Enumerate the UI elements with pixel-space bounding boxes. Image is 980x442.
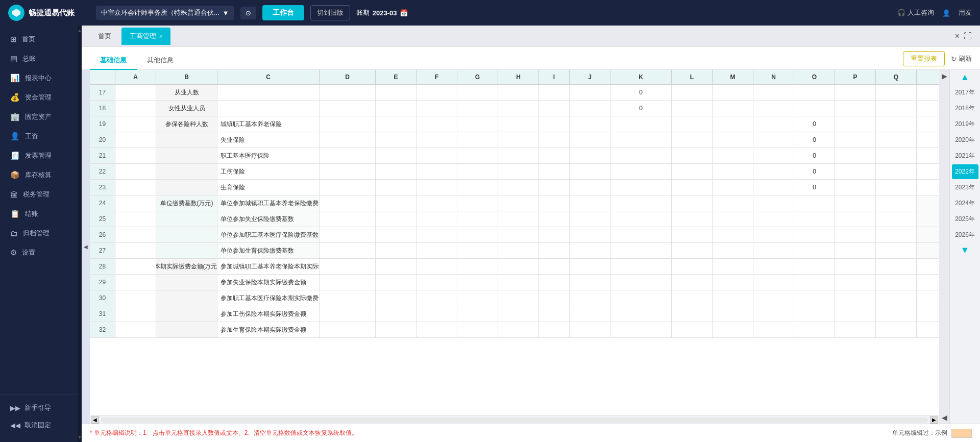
cell-23-a[interactable] [115,180,156,195]
cell-27-l[interactable] [672,243,713,258]
cell-26-j[interactable] [570,227,610,242]
cell-21-h[interactable] [498,148,539,163]
cell-28-h[interactable] [498,259,539,274]
cell-22-e[interactable] [376,164,416,179]
cell-18-f[interactable] [416,101,457,116]
cell-22-g[interactable] [457,164,498,179]
tab-home[interactable]: 首页 [90,28,119,45]
cell-21-f[interactable] [416,148,457,163]
year-down-arrow[interactable]: ▼ [961,245,970,256]
scroll-right-arrow[interactable]: ▶ [930,416,938,424]
cell-25-o[interactable] [794,211,835,227]
cell-23-l[interactable] [672,180,713,195]
cell-18-c[interactable] [217,101,320,116]
cell-17-c[interactable] [217,85,320,100]
cell-26-a[interactable] [115,227,156,242]
horizontal-scrollbar[interactable]: ◀ ▶ [90,415,939,424]
cell-30-m[interactable] [713,290,753,306]
cell-30-a[interactable] [115,290,156,306]
cell-23-o[interactable]: 0 [794,180,835,195]
cell-22-k[interactable] [610,164,672,179]
sidebar-item-invoice[interactable]: 🧾 发票管理 [0,146,82,165]
switch-version-button[interactable]: 切到旧版 [310,5,350,20]
cell-26-d[interactable] [320,227,376,242]
cell-21-c[interactable]: 职工基本医疗保险 [217,148,320,163]
cell-32-j[interactable] [570,322,610,337]
cell-24-o[interactable] [794,195,835,211]
cell-26-e[interactable] [376,227,416,242]
cell-25-q[interactable] [876,211,917,227]
cell-27-p[interactable] [835,243,876,258]
cell-17-d[interactable] [320,85,376,100]
cell-30-i[interactable] [539,290,570,306]
cell-31-d[interactable] [320,306,376,322]
cell-27-h[interactable] [498,243,539,258]
cell-30-b[interactable] [156,290,217,306]
cell-29-l[interactable] [672,275,713,290]
cell-22-q[interactable] [876,164,917,179]
cell-32-d[interactable] [320,322,376,337]
cell-28-o[interactable] [794,259,835,274]
cell-26-b[interactable] [156,227,217,242]
cell-32-i[interactable] [539,322,570,337]
cell-26-h[interactable] [498,227,539,242]
cell-27-a[interactable] [115,243,156,258]
cell-26-i[interactable] [539,227,570,242]
cell-24-q[interactable] [876,195,917,211]
cell-21-a[interactable] [115,148,156,163]
cell-20-g[interactable] [457,132,498,148]
cell-30-j[interactable] [570,290,610,306]
cell-32-e[interactable] [376,322,416,337]
cell-26-l[interactable] [672,227,713,242]
cell-17-g[interactable] [457,85,498,100]
cell-32-o[interactable] [794,322,835,337]
cell-23-g[interactable] [457,180,498,195]
cell-18-m[interactable] [713,101,753,116]
cell-28-e[interactable] [376,259,416,274]
cell-22-d[interactable] [320,164,376,179]
year-item-2024[interactable]: 2024年 [952,196,978,211]
cell-21-i[interactable] [539,148,570,163]
cell-18-l[interactable] [672,101,713,116]
cell-17-i[interactable] [539,85,570,100]
cell-32-h[interactable] [498,322,539,337]
cell-27-n[interactable] [753,243,794,258]
cell-30-c[interactable]: 参加职工基本医疗保险本期实际缴费金额 [217,290,320,306]
cell-32-c[interactable]: 参加生育保险本期实际缴费金额 [217,322,320,337]
cell-31-l[interactable] [672,306,713,322]
cell-18-g[interactable] [457,101,498,116]
cell-24-b[interactable]: 单位缴费基数(万元) [156,195,217,211]
cell-32-f[interactable] [416,322,457,337]
cell-30-k[interactable] [610,290,672,306]
cell-18-q[interactable] [876,101,917,116]
cell-32-l[interactable] [672,322,713,337]
cell-26-q[interactable] [876,227,917,242]
cell-30-n[interactable] [753,290,794,306]
cell-28-k[interactable] [610,259,672,274]
cell-19-k[interactable] [610,116,672,132]
cell-19-d[interactable] [320,116,376,132]
cell-28-a[interactable] [115,259,156,274]
cell-23-k[interactable] [610,180,672,195]
cell-18-i[interactable] [539,101,570,116]
cell-25-f[interactable] [416,211,457,227]
cell-27-k[interactable] [610,243,672,258]
cell-24-f[interactable] [416,195,457,211]
cell-27-i[interactable] [539,243,570,258]
cell-32-p[interactable] [835,322,876,337]
cell-28-g[interactable] [457,259,498,274]
cell-24-h[interactable] [498,195,539,211]
cell-22-c[interactable]: 工伤保险 [217,164,320,179]
cell-18-j[interactable] [570,101,610,116]
cell-17-n[interactable] [753,85,794,100]
cell-22-h[interactable] [498,164,539,179]
cell-23-e[interactable] [376,180,416,195]
cell-19-j[interactable] [570,116,610,132]
year-item-2023[interactable]: 2023年 [952,180,978,195]
cell-31-j[interactable] [570,306,610,322]
cell-19-m[interactable] [713,116,753,132]
cell-31-p[interactable] [835,306,876,322]
cell-19-l[interactable] [672,116,713,132]
cell-18-e[interactable] [376,101,416,116]
cell-19-q[interactable] [876,116,917,132]
